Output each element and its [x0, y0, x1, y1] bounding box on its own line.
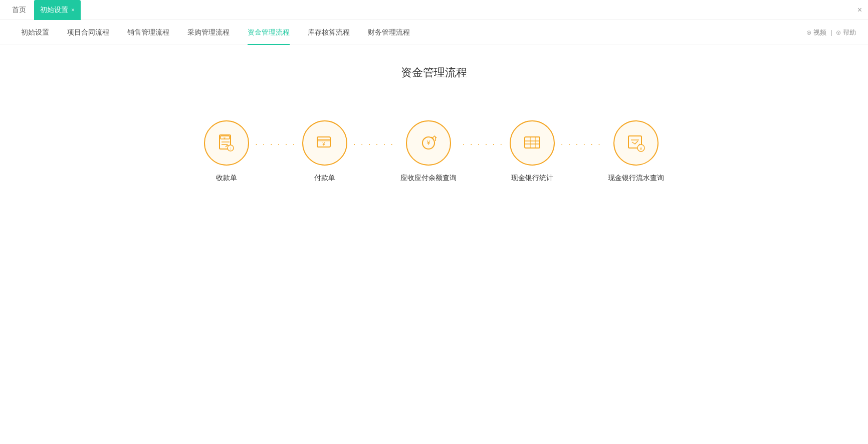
flow-label-receipt: 收款单	[216, 174, 237, 183]
active-tab[interactable]: 初始设置 ×	[34, 0, 81, 20]
top-bar: 首页 初始设置 × ×	[0, 0, 868, 20]
flow-circle-bank-stat	[510, 120, 555, 166]
main-content: 资金管理流程 ¥ ↓ 收款单 · · · · · ·	[0, 45, 868, 444]
window-close-button[interactable]: ×	[857, 6, 862, 15]
balance-icon: ¥	[417, 132, 440, 154]
flow-item-receipt[interactable]: ¥ ↓ 收款单	[204, 120, 249, 183]
svg-text:¥: ¥	[639, 146, 642, 151]
home-tab[interactable]: 首页	[6, 0, 32, 20]
flow-dash-2: · · · · · ·	[353, 140, 394, 163]
flow-item-payment[interactable]: ¥ 付款单	[302, 120, 347, 183]
svg-text:¥: ¥	[322, 141, 325, 147]
nav-item-inventory[interactable]: 库存核算流程	[299, 20, 359, 45]
flow-label-bank-stat: 现金银行统计	[511, 174, 553, 183]
nav-right: ⊙ 视频 | ⊙ 帮助	[806, 28, 856, 37]
flow-circle-payment: ¥	[302, 120, 347, 166]
top-bar-right: ×	[851, 6, 862, 15]
svg-text:¥: ¥	[224, 136, 226, 140]
svg-text:¥: ¥	[426, 139, 430, 146]
flow-item-balance[interactable]: ¥ 应收应付余额查询	[400, 120, 457, 183]
nav-separator: |	[830, 29, 832, 36]
nav-item-capital[interactable]: 资金管理流程	[239, 20, 299, 45]
payment-icon: ¥	[314, 132, 336, 154]
active-tab-label: 初始设置	[40, 6, 68, 15]
flow-label-payment: 付款单	[314, 174, 335, 183]
flow-circle-bank-flow: ¥	[613, 120, 659, 166]
flow-container: ¥ ↓ 收款单 · · · · · · ¥	[30, 110, 838, 193]
nav-item-purchase[interactable]: 采购管理流程	[178, 20, 239, 45]
bank-stat-icon	[521, 132, 543, 154]
svg-text:↓: ↓	[230, 146, 232, 151]
nav-item-project[interactable]: 项目合同流程	[58, 20, 118, 45]
nav-bar: 初始设置 项目合同流程 销售管理流程 采购管理流程 资金管理流程 库存核算流程 …	[0, 20, 868, 45]
flow-label-balance: 应收应付余额查询	[400, 174, 457, 183]
flow-circle-balance: ¥	[406, 120, 451, 166]
flow-dash-4: · · · · · ·	[561, 140, 602, 163]
video-link[interactable]: ⊙ 视频	[806, 28, 826, 37]
flow-dash-1: · · · · · ·	[255, 140, 296, 163]
receipt-icon: ¥ ↓	[215, 132, 238, 154]
help-link[interactable]: ⊙ 帮助	[836, 28, 856, 37]
flow-label-bank-flow: 现金银行流水查询	[608, 174, 664, 183]
svg-rect-14	[525, 137, 540, 148]
page-title: 资金管理流程	[30, 65, 838, 80]
nav-item-sales[interactable]: 销售管理流程	[118, 20, 178, 45]
flow-item-bank-flow[interactable]: ¥ 现金银行流水查询	[608, 120, 664, 183]
tab-close-icon[interactable]: ×	[71, 7, 75, 14]
bank-flow-icon: ¥	[625, 132, 647, 154]
flow-circle-receipt: ¥ ↓	[204, 120, 249, 166]
nav-item-initial[interactable]: 初始设置	[12, 20, 58, 45]
flow-dash-3: · · · · · ·	[463, 140, 504, 163]
nav-item-finance[interactable]: 财务管理流程	[359, 20, 419, 45]
flow-item-bank-stat[interactable]: 现金银行统计	[510, 120, 555, 183]
